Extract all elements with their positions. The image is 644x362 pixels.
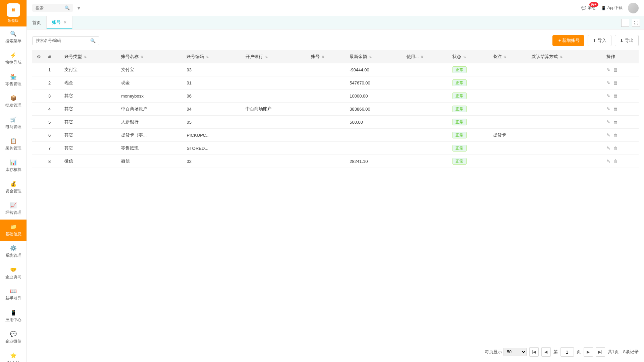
th-latest-balance[interactable]: 最新余额 ⇅ xyxy=(347,50,404,63)
accounts-table: ⚙ # 账号类型 ⇅ 账号名称 ⇅ 账号编码 ⇅ xyxy=(32,50,639,168)
sidebar-item-enterprise[interactable]: 🤝 企业协同 xyxy=(0,262,26,284)
cell-balance: 500.00 xyxy=(347,116,404,129)
delete-icon[interactable]: 🗑 xyxy=(613,145,618,151)
delete-icon[interactable]: 🗑 xyxy=(613,93,618,99)
cell-bank xyxy=(243,116,308,129)
sidebar-item-operations[interactable]: 📈 经营管理 xyxy=(0,198,26,220)
cell-usage xyxy=(404,89,450,103)
sidebar-item-search-menu[interactable]: 🔍 搜索菜单 xyxy=(0,26,26,48)
cell-account-code: 01 xyxy=(184,76,243,89)
status-badge: 正常 xyxy=(452,132,467,138)
sidebar-item-ecommerce[interactable]: 🛒 电商管理 xyxy=(0,112,26,134)
cell-account-type: 其它 xyxy=(62,116,118,129)
export-button[interactable]: ⬇ 导出 xyxy=(615,35,639,46)
cell-balance xyxy=(347,129,404,142)
delete-icon[interactable]: 🗑 xyxy=(613,80,618,85)
sidebar-item-purchase[interactable]: 📋 采购管理 xyxy=(0,134,26,155)
topbar-dropdown-icon[interactable]: ▼ xyxy=(76,5,81,11)
th-account-no[interactable]: 账号 ⇅ xyxy=(308,50,347,63)
th-account-type[interactable]: 账号类型 ⇅ xyxy=(62,50,118,63)
app-download-button[interactable]: 📱 App下载 xyxy=(601,5,623,11)
cell-usage xyxy=(404,155,450,168)
edit-icon[interactable]: ✎ xyxy=(606,106,610,112)
sidebar-item-quick-nav[interactable]: ⚡ 快捷导航 xyxy=(0,48,26,69)
th-bank[interactable]: 开户银行 ⇅ xyxy=(243,50,308,63)
current-page-input[interactable] xyxy=(560,347,574,357)
tab-account[interactable]: 账号 ✕ xyxy=(47,16,72,29)
logo[interactable]: 精 乐盈版 xyxy=(0,0,26,26)
logo-subtitle: 乐盈版 xyxy=(8,18,19,23)
search-box[interactable]: 🔍 xyxy=(32,36,99,45)
sidebar-item-inventory[interactable]: 📊 库存核算 xyxy=(0,155,26,177)
cell-index: 5 xyxy=(46,116,62,129)
sidebar-item-label: 应用中心 xyxy=(5,317,21,323)
th-usage[interactable]: 使用... ⇅ xyxy=(404,50,450,63)
delete-icon[interactable]: 🗑 xyxy=(613,132,618,138)
topbar-search-box[interactable]: 🔍 xyxy=(32,4,73,12)
prev-page-button[interactable]: ◀ xyxy=(541,347,551,357)
sidebar-item-basic-info[interactable]: 📁 基础信息 xyxy=(0,220,26,241)
edit-icon[interactable]: ✎ xyxy=(606,119,610,125)
cell-action: ✎ 🗑 xyxy=(604,103,639,116)
th-settings[interactable]: ⚙ xyxy=(32,50,46,63)
basic-info-icon: 📁 xyxy=(10,224,17,230)
first-page-button[interactable]: |◀ xyxy=(529,347,539,357)
cell-action: ✎ 🗑 xyxy=(604,142,639,155)
th-account-code[interactable]: 账号编码 ⇅ xyxy=(184,50,243,63)
next-page-button[interactable]: ▶ xyxy=(584,347,593,357)
user-avatar[interactable] xyxy=(628,3,639,13)
cell-remark xyxy=(490,76,529,89)
add-account-button[interactable]: + 新增账号 xyxy=(552,35,584,46)
tab-close-icon[interactable]: ✕ xyxy=(63,20,67,25)
delete-icon[interactable]: 🗑 xyxy=(613,67,618,72)
cell-balance xyxy=(347,142,404,155)
sidebar-item-label: 畅会员 xyxy=(7,360,19,362)
search-input[interactable] xyxy=(36,38,88,43)
delete-icon[interactable]: 🗑 xyxy=(613,159,618,164)
sidebar-item-guide[interactable]: 📖 新手引导 xyxy=(0,284,26,305)
cell-account-name: 中百商场账户 xyxy=(118,103,184,116)
tab-actions: — ⛶ xyxy=(621,19,644,27)
status-badge: 正常 xyxy=(452,106,467,112)
message-button[interactable]: 💬 消息 99+ xyxy=(581,5,596,11)
delete-icon[interactable]: 🗑 xyxy=(613,119,618,125)
sort-icon-account-no: ⇅ xyxy=(322,55,324,59)
edit-icon[interactable]: ✎ xyxy=(606,67,610,72)
sidebar-item-finance[interactable]: 💰 资金管理 xyxy=(0,177,26,198)
sidebar-item-vip[interactable]: ⭐ 畅会员 xyxy=(0,348,26,362)
table-row: 2 现金 现金 01 547670.00 正常 ✎ 🗑 xyxy=(32,76,639,89)
tab-minimize-button[interactable]: — xyxy=(621,19,629,27)
sidebar-item-enterprise-wechat[interactable]: 💬 企业微信 xyxy=(0,327,26,348)
per-page-select[interactable]: 每页显示 10 20 50 100 xyxy=(485,348,527,356)
th-remark[interactable]: 备注 ⇅ xyxy=(490,50,529,63)
logo-icon: 精 xyxy=(7,3,20,17)
th-default-settlement[interactable]: 默认结算方式 ⇅ xyxy=(529,50,604,63)
sidebar-item-retail[interactable]: 🏪 零售管理 xyxy=(0,69,26,91)
sidebar-item-label: 企业协同 xyxy=(5,274,21,280)
cell-bank xyxy=(243,89,308,103)
th-account-name[interactable]: 账号名称 ⇅ xyxy=(118,50,184,63)
per-page-dropdown[interactable]: 10 20 50 100 xyxy=(503,348,527,356)
import-button[interactable]: ⬆ 导入 xyxy=(588,35,611,46)
th-status[interactable]: 状态 ⇅ xyxy=(450,50,490,63)
edit-icon[interactable]: ✎ xyxy=(606,132,610,138)
sidebar-item-wholesale[interactable]: 📦 批发管理 xyxy=(0,91,26,112)
delete-icon[interactable]: 🗑 xyxy=(613,106,618,112)
edit-icon[interactable]: ✎ xyxy=(606,159,610,164)
cell-remark xyxy=(490,103,529,116)
sidebar-item-system[interactable]: ⚙️ 系统管理 xyxy=(0,241,26,262)
tab-home[interactable]: 首页 xyxy=(27,16,47,29)
last-page-button[interactable]: ▶| xyxy=(596,347,605,357)
tab-bar: 首页 账号 ✕ — ⛶ xyxy=(27,16,644,29)
edit-icon[interactable]: ✎ xyxy=(606,80,610,85)
topbar-search-input[interactable] xyxy=(36,6,62,10)
edit-icon[interactable]: ✎ xyxy=(606,93,610,99)
toolbar: 🔍 + 新增账号 ⬆ 导入 ⬇ 导出 xyxy=(32,35,639,46)
cell-remark xyxy=(490,155,529,168)
cell-account-code: 06 xyxy=(184,89,243,103)
edit-icon[interactable]: ✎ xyxy=(606,145,610,151)
cell-bank xyxy=(243,76,308,89)
tab-fullscreen-button[interactable]: ⛶ xyxy=(632,19,640,27)
sidebar-item-app-center[interactable]: 📱 应用中心 xyxy=(0,305,26,327)
sidebar-item-label: 搜索菜单 xyxy=(5,38,21,44)
